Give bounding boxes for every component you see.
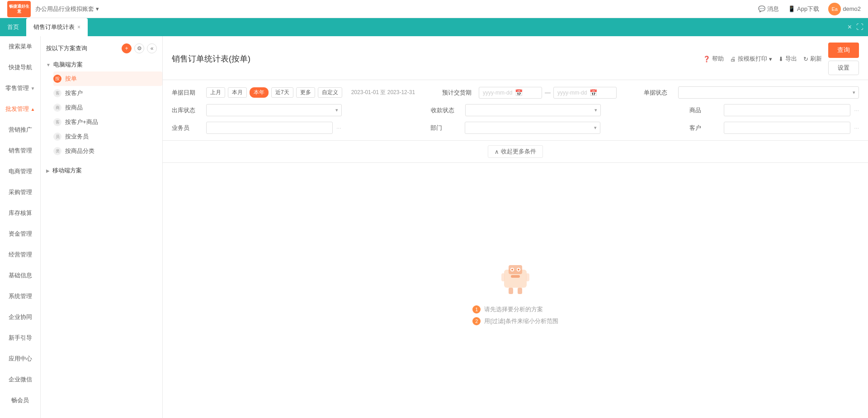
app-subtitle-dropdown[interactable]: 办公用品行业模拟账套 ▾ — [35, 5, 99, 13]
collapse-btn[interactable]: ∧ 收起更多条件 — [488, 145, 543, 158]
tab-sales-order-stats[interactable]: 销售订单统计表 × — [26, 18, 88, 36]
empty-hints: 1 请先选择要分析的方案 2 用[过滤]条件来缩小分析范围 — [472, 305, 558, 325]
sidebar-sales-label: 销售管理 — [9, 147, 32, 154]
salesperson-input[interactable] — [206, 122, 333, 134]
sidebar-item-search-menu[interactable]: 搜索菜单 — [0, 36, 40, 57]
template-print-arrow-icon: ▾ — [769, 56, 772, 62]
tab-home[interactable]: 首页 — [0, 18, 26, 36]
tab-active-label: 销售订单统计表 — [33, 23, 75, 31]
customer-label: 客户 — [689, 124, 717, 132]
sidebar-item-finance[interactable]: 资金管理 — [0, 223, 40, 244]
template-print-btn[interactable]: 🖨 按模板打印 ▾ — [730, 55, 772, 63]
product-dots[interactable]: ··· — [854, 107, 859, 114]
more-btn[interactable]: 更多 — [296, 87, 315, 98]
scheme-section-pc-header[interactable]: ▼ 电脑端方案 — [41, 58, 162, 71]
sidebar-system-label: 系统管理 — [9, 293, 32, 299]
sidebar-item-member[interactable]: 畅会员 — [0, 390, 40, 411]
scheme-item-by-product[interactable]: 商 按商品 — [53, 100, 162, 115]
sidebar-ecommerce-label: 电商管理 — [9, 168, 32, 175]
delivery-date-to[interactable]: yyyy-mm-dd 📅 — [553, 87, 617, 99]
sidebar-basic-label: 基础信息 — [9, 272, 32, 279]
tab-close-icon[interactable]: × — [77, 24, 80, 30]
sidebar-item-ecommerce[interactable]: 电商管理 — [0, 161, 40, 182]
mobile-section-label: 移动端方案 — [52, 166, 82, 175]
salesperson-label: 业务员 — [172, 124, 199, 132]
help-btn[interactable]: ❓ 帮助 — [703, 55, 724, 63]
last-7days-btn[interactable]: 近7天 — [271, 87, 293, 98]
sidebar-item-enterprise[interactable]: 企业协同 — [0, 307, 40, 328]
scheme-item-by-salesperson[interactable]: 员 按业务员 — [53, 129, 162, 144]
customer-dots[interactable]: ··· — [854, 124, 859, 131]
salesperson-dots[interactable]: ··· — [336, 124, 341, 131]
sidebar-operations-label: 经营管理 — [9, 251, 32, 258]
window-close-icon[interactable]: × — [848, 23, 852, 31]
svg-point-4 — [511, 269, 513, 271]
customer-input[interactable] — [724, 122, 850, 134]
sidebar-item-newbie[interactable]: 新手引导 — [0, 328, 40, 348]
svg-rect-7 — [501, 273, 505, 281]
by-customer-label: 按客户 — [65, 89, 83, 97]
message-btn[interactable]: 💬 消息 — [758, 5, 779, 13]
scheme-settings-btn[interactable]: ⚙ — [134, 43, 144, 53]
scheme-add-btn[interactable]: + — [122, 43, 132, 53]
hint-2-text: 用[过滤]条件来缩小分析范围 — [484, 317, 558, 325]
sidebar-item-wholesale[interactable]: 批发管理 ▲ — [0, 99, 40, 119]
sidebar-item-quick-nav[interactable]: 快捷导航 — [0, 57, 40, 78]
sidebar-item-appstore[interactable]: 应用中心 — [0, 348, 40, 369]
refresh-btn[interactable]: ↻ 刷新 — [803, 55, 822, 63]
sidebar-item-basic[interactable]: 基础信息 — [0, 265, 40, 286]
payment-status-wrap: ▾ — [465, 104, 601, 116]
status-select[interactable] — [678, 86, 859, 99]
set-btn[interactable]: 设置 — [828, 61, 859, 75]
scheme-collapse-icon: « — [151, 45, 154, 52]
this-year-btn[interactable]: 本年 — [250, 87, 269, 98]
hint-2-num: 2 — [472, 317, 481, 325]
app-download-label: App下载 — [797, 5, 819, 13]
sidebar-item-system[interactable]: 系统管理 — [0, 286, 40, 307]
by-category-icon: 类 — [53, 147, 61, 155]
topbar: 畅捷通好生意 办公用品行业模拟账套 ▾ 💬 消息 📱 App下载 Ea demo… — [0, 0, 868, 18]
sidebar-item-purchase[interactable]: 采购管理 — [0, 182, 40, 203]
delivery-status-select[interactable] — [206, 104, 342, 116]
main-layout: 搜索菜单 快捷导航 零售管理 ▼ 批发管理 ▲ 营销推广 销售管理 电商管理 采… — [0, 36, 868, 418]
export-btn[interactable]: ⬇ 导出 — [778, 55, 797, 63]
date-range-text: 2023-01-01 至 2023-12-31 — [351, 89, 415, 96]
by-order-icon: 按 — [53, 75, 61, 83]
app-download-btn[interactable]: 📱 App下载 — [788, 5, 819, 13]
customer-input-group: ··· — [724, 122, 859, 134]
prev-month-btn[interactable]: 上月 — [206, 87, 225, 98]
pc-section-label: 电脑端方案 — [53, 61, 83, 69]
custom-btn[interactable]: 自定义 — [318, 87, 342, 98]
sidebar-item-operations[interactable]: 经营管理 — [0, 244, 40, 265]
export-label: 导出 — [785, 55, 797, 63]
sidebar-item-wechat[interactable]: 企业微信 — [0, 369, 40, 390]
sidebar-item-sales[interactable]: 销售管理 — [0, 140, 40, 161]
product-label: 商品 — [689, 106, 717, 114]
payment-status-select[interactable] — [465, 104, 601, 116]
product-input[interactable] — [724, 104, 850, 116]
scheme-item-by-order[interactable]: 按 按单 — [53, 71, 162, 86]
app-subtitle-text: 办公用品行业模拟账套 — [35, 5, 94, 13]
sidebar-item-marketing[interactable]: 营销推广 — [0, 119, 40, 140]
this-month-btn[interactable]: 本月 — [228, 87, 247, 98]
calendar-from-icon: 📅 — [515, 89, 523, 96]
date-separator: — — [545, 89, 551, 96]
scheme-collapse-btn[interactable]: « — [147, 43, 157, 53]
filter-area: 单据日期 上月 本月 本年 近7天 更多 自定义 2023-01-01 至 20… — [163, 80, 868, 141]
sidebar-wholesale-label: 批发管理 — [5, 105, 29, 113]
sidebar-inventory-label: 库存核算 — [9, 209, 32, 216]
delivery-date-from[interactable]: yyyy-mm-dd 📅 — [479, 87, 542, 99]
window-expand-icon[interactable]: ⛶ — [856, 23, 863, 31]
refresh-icon: ↻ — [803, 56, 808, 62]
query-btn[interactable]: 查询 — [828, 43, 859, 58]
scheme-item-by-customer[interactable]: 客 按客户 — [53, 86, 162, 100]
wholesale-arrow-icon: ▲ — [31, 107, 35, 112]
department-select[interactable] — [465, 122, 600, 134]
scheme-item-by-customer-product[interactable]: 客 按客户+商品 — [53, 115, 162, 129]
scheme-item-by-category[interactable]: 类 按商品分类 — [53, 144, 162, 158]
by-product-label: 按商品 — [65, 104, 83, 112]
scheme-section-mobile-header[interactable]: ▶ 移动端方案 — [41, 164, 162, 177]
sidebar-item-inventory[interactable]: 库存核算 — [0, 203, 40, 223]
sidebar-item-retail[interactable]: 零售管理 ▼ — [0, 78, 40, 99]
user-profile[interactable]: Ea demo2 — [828, 3, 861, 15]
